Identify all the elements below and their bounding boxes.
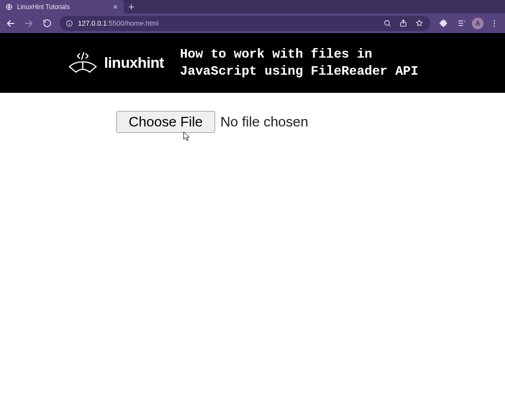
address-bar[interactable]: 127.0.0.1:5500/home.html <box>60 16 430 31</box>
globe-icon <box>5 3 13 11</box>
back-button[interactable] <box>3 16 18 31</box>
site-logo: linuxhint <box>67 51 164 75</box>
kebab-menu-button[interactable] <box>487 16 502 31</box>
logo-text: linuxhint <box>104 54 164 72</box>
profile-avatar[interactable]: A <box>472 18 484 29</box>
close-icon[interactable] <box>111 3 120 11</box>
svg-point-6 <box>494 25 495 26</box>
site-info-icon[interactable] <box>65 19 74 28</box>
browser-toolbar: 127.0.0.1:5500/home.html A <box>0 13 505 33</box>
share-icon[interactable] <box>397 18 409 29</box>
avatar-initial: A <box>476 20 480 27</box>
new-tab-button[interactable] <box>124 0 139 13</box>
zoom-icon[interactable] <box>381 18 393 29</box>
reload-button[interactable] <box>40 16 54 31</box>
svg-point-4 <box>494 20 495 21</box>
page-content: Choose File No file chosen <box>0 93 505 420</box>
reading-list-button[interactable] <box>454 16 469 31</box>
url-host-text: 127.0.0.1 <box>78 19 107 27</box>
forward-button[interactable] <box>21 16 36 31</box>
page-title: How to work with files in JavaScript usi… <box>180 46 418 80</box>
file-chosen-status: No file chosen <box>220 114 309 130</box>
browser-tab-strip: LinuxHint Tutorials <box>0 0 505 13</box>
page-header-band: linuxhint How to work with files in Java… <box>0 33 505 93</box>
url-port-text: :5500 <box>107 19 124 27</box>
page-title-line2: JavaScript using FileReader API <box>180 64 418 78</box>
choose-file-button[interactable]: Choose File <box>116 111 215 133</box>
svg-point-5 <box>494 22 495 23</box>
tab-title: LinuxHint Tutorials <box>17 3 107 11</box>
url-host: 127.0.0.1:5500/home.html <box>78 19 159 27</box>
file-input-row: Choose File No file chosen <box>116 111 505 133</box>
page-title-line1: How to work with files in <box>180 47 372 61</box>
svg-point-2 <box>384 21 389 26</box>
url-path-text: /home.html <box>124 19 159 27</box>
extensions-button[interactable] <box>436 16 451 31</box>
browser-tab-active[interactable]: LinuxHint Tutorials <box>0 0 124 13</box>
bookmark-star-icon[interactable] <box>413 18 425 29</box>
logo-mark-icon <box>67 51 99 75</box>
